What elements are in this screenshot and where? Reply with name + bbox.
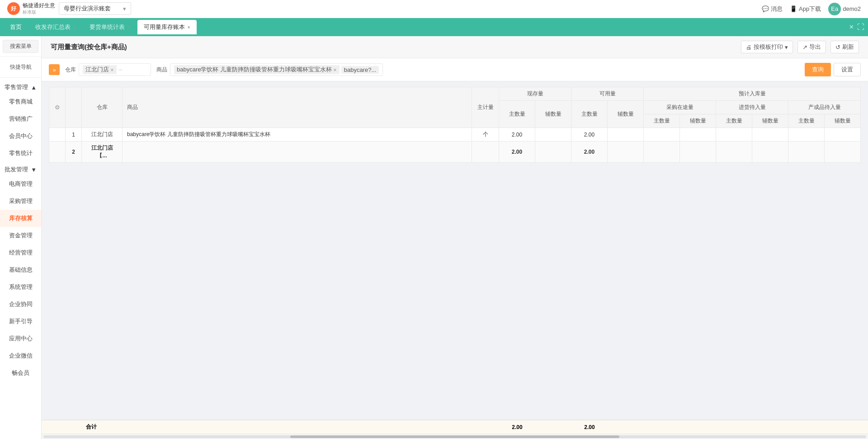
message-icon: 💬 (762, 5, 769, 12)
sidebar-group-wholesale[interactable]: 批发管理 ▼ (0, 162, 41, 175)
sidebar-item-retail-stats[interactable]: 零售统计 (0, 145, 41, 162)
warehouse-tags-input[interactable]: 江北门店 × ··· (79, 63, 151, 76)
footer-cell-empty2 (65, 420, 81, 434)
tab-home[interactable]: 首页 (4, 20, 28, 34)
cell-stock-main-g: 2.00 (499, 142, 535, 163)
remove-product-tag-babycare[interactable]: × (333, 66, 337, 73)
settings-icon[interactable]: ⚙ (55, 104, 60, 111)
th-settings[interactable]: ⚙ (49, 87, 66, 128)
tab-receive-summary[interactable]: 收发存汇总表 × (29, 20, 82, 34)
cell-settings (49, 128, 66, 142)
sidebar-item-system-label: 系统管理 (9, 283, 33, 291)
sidebar-item-member-label: 会员中心 (9, 132, 33, 140)
th-warehouse: 仓库 (82, 87, 123, 128)
cell-unit: 个 (472, 128, 499, 142)
main-layout: 搜索菜单 快捷导航 零售管理 ▲ 零售商城 营销推广 会员中心 零售统计 批发管 (0, 36, 868, 439)
close-tab-order-stats[interactable]: × (127, 25, 130, 30)
scrollbar-thumb[interactable] (290, 435, 619, 438)
product-tag-babycare2: babycare?... (341, 66, 379, 74)
tab-order-stats[interactable]: 要货单统计表 × (83, 20, 137, 34)
sidebar-item-newguide[interactable]: 新手引导 (0, 313, 41, 330)
export-button[interactable]: ↗ 导出 (797, 41, 826, 53)
sidebar-item-operations[interactable]: 经营管理 (0, 244, 41, 261)
sidebar-item-vip[interactable]: 畅会员 (0, 364, 41, 382)
tab-receive-summary-label: 收发存汇总表 (35, 23, 71, 31)
cell-production-aux-g (825, 142, 861, 163)
sidebar-item-ecommerce-label: 电商管理 (9, 180, 33, 188)
cell-purchase-aux-g (680, 142, 716, 163)
footer-purchase-aux (680, 420, 716, 434)
sidebar-item-basics[interactable]: 基础信息 (0, 261, 41, 279)
cell-production-aux (825, 128, 861, 142)
sidebar-item-newguide-label: 新手引导 (9, 317, 33, 326)
cell-available-main-g: 2.00 (571, 142, 608, 163)
cell-stock-main: 2.00 (499, 128, 535, 142)
sidebar-item-enterprise-label: 企业协同 (9, 300, 33, 308)
app-download-button[interactable]: 📱 App下载 (790, 5, 821, 13)
sidebar-item-basics-label: 基础信息 (9, 266, 33, 274)
product-tags-input[interactable]: babycare学饮杯 儿童防摔防撞吸管杯重力球吸嘴杯宝宝水杯 × babyca… (170, 63, 383, 76)
sidebar-item-member[interactable]: 会员中心 (0, 127, 41, 145)
warehouse-more-icon[interactable]: ··· (118, 67, 123, 72)
fullscreen-button[interactable]: ⛶ (857, 23, 864, 31)
cell-available-aux-g (608, 142, 644, 163)
sidebar-group-retail[interactable]: 零售管理 ▲ (0, 80, 41, 93)
cell-stock-aux-g (535, 142, 571, 163)
double-right-icon: » (52, 66, 56, 73)
tab-home-label: 首页 (10, 23, 22, 31)
sidebar-item-purchase[interactable]: 采购管理 (0, 193, 41, 210)
warehouse-tag-jiangbei-label: 江北门店 (85, 66, 109, 74)
th-production-main: 主数量 (788, 114, 825, 128)
cell-available-main: 2.00 (571, 128, 608, 142)
th-stock-main: 主数量 (499, 101, 535, 128)
message-button[interactable]: 💬 消息 (762, 5, 783, 13)
sidebar-item-ecommerce[interactable]: 电商管理 (0, 175, 41, 193)
sidebar-item-quick-nav[interactable]: 快捷导航 (0, 60, 41, 75)
print-template-button[interactable]: 🖨 按模板打印 ▾ (741, 41, 793, 53)
close-tab-receive-summary[interactable]: × (73, 25, 76, 30)
th-index (66, 87, 82, 128)
footer-available-aux (608, 420, 644, 434)
cell-index-g: 2 (66, 142, 82, 163)
cell-production-main (788, 128, 825, 142)
cell-product-g (123, 142, 472, 163)
page-title: 可用量查询(按仓库+商品) (51, 43, 127, 52)
warehouse-label: 仓库 (65, 66, 76, 74)
sidebar-sections: 零售管理 ▲ 零售商城 营销推广 会员中心 零售统计 批发管理 ▼ 电商管理 (0, 78, 41, 383)
refresh-label: 刷新 (842, 43, 854, 51)
tab-available-stock[interactable]: 可用量库存账本 × (137, 20, 197, 34)
sidebar-item-inventory[interactable]: 库存核算 (0, 210, 41, 227)
sidebar-item-inventory-label: 库存核算 (9, 214, 33, 222)
sidebar-item-appcenter[interactable]: 应用中心 (0, 330, 41, 347)
th-production-aux: 辅数量 (825, 114, 861, 128)
footer-cell-empty1 (49, 420, 65, 434)
close-all-tabs-button[interactable]: × (849, 23, 854, 31)
sidebar-item-wechat[interactable]: 企业微信 (0, 347, 41, 364)
settings-button[interactable]: 设置 (834, 63, 861, 76)
sidebar-item-finance[interactable]: 资金管理 (0, 227, 41, 244)
filter-toggle-button[interactable]: » (49, 64, 60, 75)
chevron-down-icon: ▾ (123, 5, 126, 12)
query-button[interactable]: 查询 (805, 63, 831, 76)
footer-incoming-main (716, 420, 752, 434)
cell-stock-aux (535, 128, 571, 142)
sidebar-item-marketing[interactable]: 营销推广 (0, 110, 41, 127)
sidebar-group-wholesale-label: 批发管理 (5, 165, 28, 174)
industry-selector[interactable]: 母婴行业演示账套 ▾ (59, 2, 131, 15)
refresh-button[interactable]: ↺ 刷新 (830, 41, 859, 53)
top-bar-left: 好 畅捷通好生意 标准版 母婴行业演示账套 ▾ (7, 2, 131, 15)
remove-warehouse-tag-jiangbei[interactable]: × (110, 66, 114, 73)
scrollbar-area[interactable] (42, 434, 868, 439)
sidebar-search-section: 搜索菜单 (0, 36, 41, 57)
user-profile[interactable]: Ea demo2 (828, 3, 861, 15)
sidebar-item-wechat-label: 企业微信 (9, 352, 33, 360)
sidebar-item-system[interactable]: 系统管理 (0, 279, 41, 296)
cell-warehouse-g: 江北门店【... (82, 142, 123, 163)
sidebar-item-enterprise[interactable]: 企业协同 (0, 296, 41, 313)
data-table: ⚙ 仓库 商品 主计量 现存量 可用量 预计入库量 主数量 辅数量 主数量 (49, 87, 861, 163)
sidebar-item-retail-mall[interactable]: 零售商城 (0, 93, 41, 110)
footer-purchase-main (644, 420, 680, 434)
cell-incoming-aux (752, 128, 788, 142)
close-tab-available-stock[interactable]: × (188, 25, 190, 30)
search-menu-button[interactable]: 搜索菜单 (3, 40, 38, 53)
